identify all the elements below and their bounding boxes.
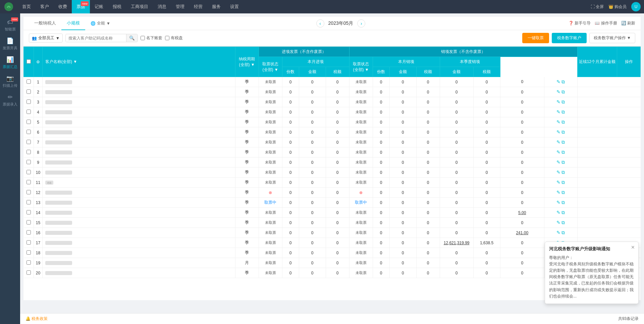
copy-icon[interactable]: ⧉ — [561, 200, 565, 205]
cell-checkbox[interactable] — [24, 147, 34, 157]
search-button[interactable]: 🔍 — [126, 34, 138, 42]
cell-checkbox[interactable] — [24, 228, 34, 238]
copy-icon[interactable]: ⧉ — [561, 149, 565, 155]
select-all-checkbox[interactable] — [26, 59, 31, 64]
cell-checkbox[interactable] — [24, 248, 34, 258]
edit-icon[interactable]: ✎ — [556, 139, 560, 145]
copy-icon[interactable]: ⧉ — [561, 89, 565, 94]
cell-checkbox[interactable] — [24, 77, 34, 87]
copy-icon[interactable]: ⧉ — [561, 230, 565, 235]
edit-icon[interactable]: ✎ — [556, 200, 560, 205]
cell-checkbox[interactable] — [24, 87, 34, 97]
prev-period-btn[interactable]: ‹ — [316, 19, 324, 27]
nav-fee[interactable]: 收费 — [54, 0, 72, 13]
sidebar-item-scan-upload[interactable]: 📷 扫描上传 — [0, 72, 20, 91]
employee-filter-select[interactable]: 👥 全部员工 ▼ — [29, 34, 63, 43]
sidebar-item-ticket-entry[interactable]: ✏ 票据录入 — [0, 91, 20, 110]
copy-icon[interactable]: ⧉ — [561, 139, 565, 145]
cell-checkbox[interactable] — [24, 198, 34, 208]
nav-business[interactable]: 工商项目 — [126, 0, 153, 13]
edit-icon[interactable]: ✎ — [556, 230, 560, 235]
nav-tax[interactable]: 报税 — [108, 0, 126, 13]
nav-manage[interactable]: 管理 — [171, 0, 189, 13]
app-logo[interactable] — [3, 1, 14, 12]
edit-icon[interactable]: ✎ — [556, 79, 560, 84]
has-tax-disk-checkbox[interactable]: 有税盘 — [165, 35, 183, 41]
copy-icon[interactable]: ⧉ — [561, 109, 565, 115]
cell-checkbox[interactable] — [24, 268, 34, 278]
sidebar-item-smart-ticket[interactable]: 🏷 智能票 — [0, 16, 20, 35]
tax-digital-account-btn[interactable]: 税务数字账户 — [552, 33, 587, 43]
nav-message[interactable]: 消息 — [153, 0, 171, 13]
copy-icon[interactable]: ⧉ — [561, 159, 565, 165]
user-avatar[interactable]: U — [631, 2, 641, 11]
tax-policy-link[interactable]: 🔔 税务政策 — [25, 316, 48, 322]
tax-digital-ops-btn[interactable]: 税务数字账户操作 ▼ — [589, 33, 635, 43]
cell-out-count: 0 — [373, 268, 389, 278]
edit-icon[interactable]: ✎ — [556, 149, 560, 155]
cell-checkbox[interactable] — [24, 258, 34, 268]
nav-operation[interactable]: 经营 — [189, 0, 207, 13]
record-count: 共93条记录 — [618, 316, 639, 322]
nav-service[interactable]: 服务 — [207, 0, 225, 13]
edit-icon[interactable]: ✎ — [556, 180, 560, 185]
member-btn[interactable]: 👑 购会员 — [608, 4, 627, 10]
popup-close-btn[interactable]: ✕ — [631, 245, 635, 250]
sidebar-item-invoice-open[interactable]: 📄 发票开具 — [0, 35, 20, 53]
cell-checkbox[interactable] — [24, 127, 34, 137]
cell-checkbox[interactable] — [24, 178, 34, 188]
cell-period: 季 — [235, 188, 259, 198]
cell-checkbox[interactable] — [24, 107, 34, 117]
cell-checkbox[interactable] — [24, 137, 34, 147]
copy-icon[interactable]: ⧉ — [561, 170, 565, 175]
one-click-ticket-btn[interactable]: 一键取票 — [522, 33, 549, 43]
cell-checkbox[interactable] — [24, 238, 34, 248]
search-input[interactable] — [66, 35, 126, 42]
edit-icon[interactable]: ✎ — [556, 89, 560, 94]
tab-small-scale[interactable]: 小规模 — [61, 17, 85, 30]
copy-icon[interactable]: ⧉ — [561, 220, 565, 225]
cell-checkbox[interactable] — [24, 208, 34, 218]
nav-ticket[interactable]: 票据 new — [72, 0, 90, 13]
cell-checkbox[interactable] — [24, 117, 34, 127]
copy-icon[interactable]: ⧉ — [561, 180, 565, 185]
copy-icon[interactable]: ⧉ — [561, 79, 565, 84]
fullscreen-btn[interactable]: ⛶ 全屏 — [591, 4, 604, 10]
subordinate-accounts-checkbox[interactable]: 名下账套 — [141, 35, 162, 41]
edit-icon[interactable]: ✎ — [556, 119, 560, 125]
edit-icon[interactable]: ✎ — [556, 220, 560, 225]
cell-in-tax: 0 — [326, 87, 349, 97]
edit-icon[interactable]: ✎ — [556, 190, 560, 195]
edit-icon[interactable]: ✎ — [556, 210, 560, 215]
cell-out-status: 未取票 — [349, 97, 373, 107]
cell-checkbox[interactable] — [24, 188, 34, 198]
next-period-btn[interactable]: › — [357, 19, 365, 27]
copy-icon[interactable]: ⧉ — [561, 119, 565, 125]
manual-btn[interactable]: 📖 操作手册 — [595, 20, 617, 26]
edit-icon[interactable]: ✎ — [556, 109, 560, 115]
cell-client-name — [43, 157, 235, 168]
edit-icon[interactable]: ✎ — [556, 129, 560, 135]
copy-icon[interactable]: ⧉ — [561, 129, 565, 135]
copy-icon[interactable]: ⧉ — [561, 210, 565, 215]
cell-in-amount: 0 — [299, 178, 326, 188]
edit-icon[interactable]: ✎ — [556, 170, 560, 175]
nav-bookkeeping[interactable]: 记账 — [90, 0, 108, 13]
nav-settings[interactable]: 设置 — [225, 0, 244, 13]
edit-icon[interactable]: ✎ — [556, 99, 560, 105]
copy-icon[interactable]: ⧉ — [561, 99, 565, 105]
tab-all[interactable]: 🌐 全能 ▼ — [88, 17, 113, 29]
th-cumulative: 近续12个月累计金额 — [577, 47, 617, 77]
refresh-btn[interactable]: 🔄 刷新 — [621, 20, 635, 26]
cell-checkbox[interactable] — [24, 168, 34, 178]
cell-checkbox[interactable] — [24, 97, 34, 107]
tab-general-taxpayer[interactable]: 一般纳税人 — [29, 17, 61, 30]
guide-btn[interactable]: ❓ 新手引导 — [569, 20, 591, 26]
nav-client[interactable]: 客户 — [36, 0, 54, 13]
copy-icon[interactable]: ⧉ — [561, 190, 565, 195]
nav-home[interactable]: 首页 — [17, 0, 36, 13]
cell-checkbox[interactable] — [24, 218, 34, 228]
sidebar-item-ticket-summary[interactable]: 📊 票据汇总 — [0, 53, 20, 72]
cell-checkbox[interactable] — [24, 157, 34, 168]
edit-icon[interactable]: ✎ — [556, 159, 560, 165]
